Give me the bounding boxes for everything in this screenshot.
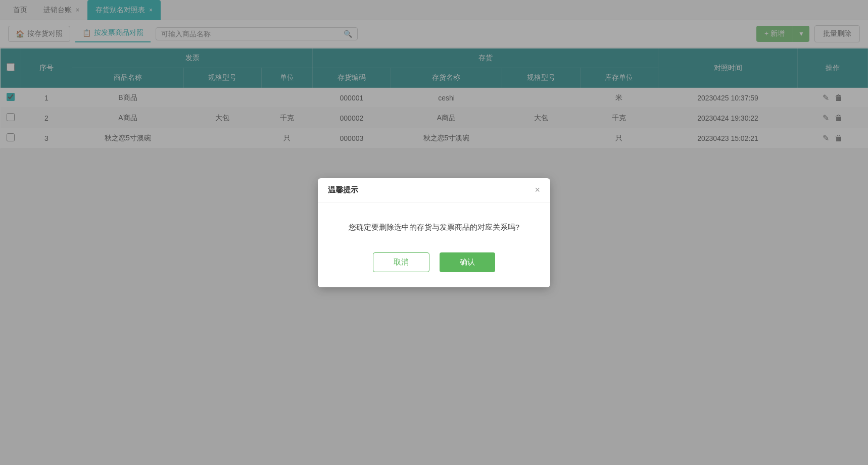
modal-overlay: 温馨提示 × 您确定要删除选中的存货与发票商品的对应关系吗? 取消 确认 bbox=[0, 0, 868, 148]
